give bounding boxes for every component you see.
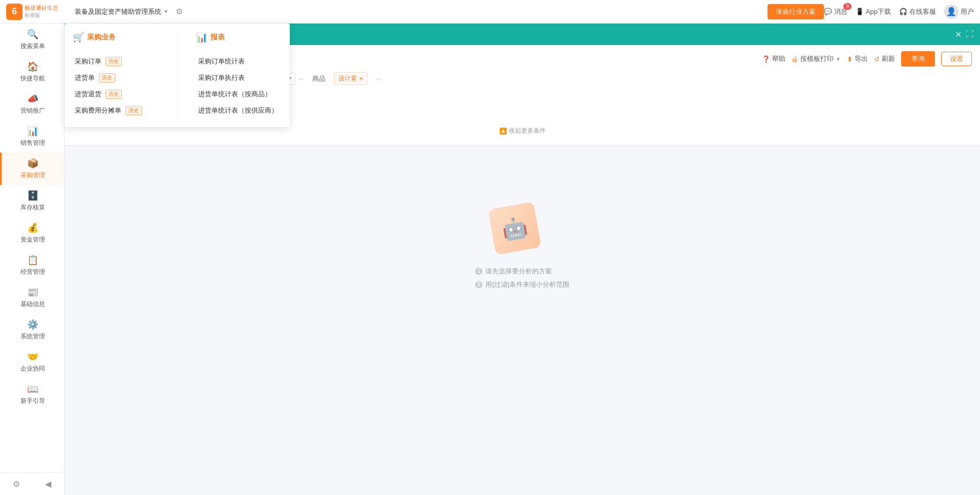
goods-tag-remove[interactable]: ✕ bbox=[359, 76, 363, 81]
query-button[interactable]: 查询 bbox=[901, 51, 935, 67]
help-icon: ❓ bbox=[762, 55, 770, 63]
sidebar-item-purchase[interactable]: 📦 采购管理 bbox=[0, 153, 64, 185]
user-avatar: 👤 bbox=[944, 5, 958, 19]
sidebar-item-basic[interactable]: 📰 基础信息 bbox=[0, 282, 64, 314]
settings-bottom-icon[interactable]: ⚙ bbox=[13, 479, 20, 489]
phone-icon: 📱 bbox=[856, 8, 864, 15]
system-gear-icon[interactable]: ⚙ bbox=[176, 7, 183, 16]
hint-dot-2: 2 bbox=[475, 281, 482, 288]
help-button[interactable]: ❓ 帮助 bbox=[762, 54, 785, 63]
operation-icon: 📋 bbox=[27, 254, 38, 266]
collapse-sidebar-icon[interactable]: ◀ bbox=[45, 479, 51, 489]
online-service-btn[interactable]: 🎧 在线客服 bbox=[899, 7, 936, 16]
industry-button[interactable]: 体验行业方案 bbox=[768, 4, 824, 19]
system-icon: ⚙️ bbox=[27, 319, 38, 330]
sidebar-item-sales[interactable]: 📊 销售管理 bbox=[0, 120, 64, 153]
collapse-icon: 🔼 bbox=[499, 127, 507, 135]
finance-icon: 💰 bbox=[27, 222, 38, 233]
purchase-business-section: 🛒 采购业务 采购订单 历史 进货单 历史 进货退货 历史 采购费用分摊单 历史 bbox=[73, 32, 159, 119]
empty-hint-1: 1 请先选择要分析的方案 bbox=[475, 265, 569, 278]
menu-item-order-stat[interactable]: 采购订单统计表 bbox=[196, 53, 282, 70]
purchase-report-section: 📊 报表 采购订单统计表 采购订单执行表 进货单统计表（按商品） 进货单统计表（… bbox=[196, 32, 282, 119]
menu-item-return[interactable]: 进货退货 历史 bbox=[73, 86, 159, 102]
hist-badge-3: 历史 bbox=[125, 106, 142, 115]
top-right-area: 💬 消息 9 📱 App下载 🎧 在线客服 👤 用户 bbox=[824, 5, 974, 19]
app-download-btn[interactable]: 📱 App下载 bbox=[856, 7, 891, 16]
logo-area: 6 畅捷通好生意 标准版 bbox=[6, 4, 71, 20]
menu-item-expense[interactable]: 采购费用分摊单 历史 bbox=[73, 102, 159, 119]
hist-badge-0: 历史 bbox=[105, 57, 122, 66]
purchase-section-icon: 🛒 bbox=[73, 32, 84, 43]
goods-tag: 设计素 ✕ bbox=[334, 72, 368, 85]
system-title: 装备及固定资产辅助管理系统 ▼ ⚙ bbox=[75, 7, 761, 16]
menu-divider bbox=[177, 32, 178, 119]
sidebar-item-operation[interactable]: 📋 经营管理 bbox=[0, 249, 64, 282]
sidebar-item-finance[interactable]: 💰 资金管理 bbox=[0, 217, 64, 249]
logo-sub: 标准版 bbox=[25, 12, 58, 19]
empty-hint-2: 2 用[过滤]条件来缩小分析范围 bbox=[475, 278, 569, 291]
marketing-icon: 📣 bbox=[27, 93, 38, 104]
export-icon: ⬆ bbox=[847, 55, 853, 63]
refresh-button[interactable]: ↺ 刷新 bbox=[874, 54, 895, 63]
corp-icon: 🤝 bbox=[27, 351, 38, 362]
purchase-business-title: 🛒 采购业务 bbox=[73, 32, 159, 47]
purchase-icon: 📦 bbox=[27, 158, 38, 169]
menu-item-inbound-stat-supplier[interactable]: 进货单统计表（按供应商） bbox=[196, 102, 282, 119]
tab-bar-right: ✕ ⛶ bbox=[955, 30, 980, 39]
goods-dots[interactable]: ··· bbox=[376, 75, 381, 82]
toolbar-right: ❓ 帮助 🖨 按模板打印 ▼ ⬆ 导出 bbox=[762, 51, 972, 67]
tab-close-window-icon[interactable]: ✕ bbox=[955, 30, 962, 39]
settings-button[interactable]: 设置 bbox=[941, 52, 972, 66]
logo-icon: 6 bbox=[6, 4, 23, 20]
purchase-report-title: 📊 报表 bbox=[196, 32, 282, 47]
message-btn[interactable]: 💬 消息 9 bbox=[824, 7, 847, 16]
export-button[interactable]: ⬆ 导出 bbox=[847, 54, 868, 63]
home-icon: 🏠 bbox=[27, 61, 38, 72]
collapse-button[interactable]: 🔼 收起更多条件 bbox=[499, 126, 546, 135]
menu-item-inbound-stat-goods[interactable]: 进货单统计表（按商品） bbox=[196, 86, 282, 102]
hint-dot-1: 1 bbox=[475, 268, 482, 275]
sidebar-item-quick-nav[interactable]: 🏠 快捷导航 bbox=[0, 56, 64, 88]
user-btn[interactable]: 👤 用户 bbox=[944, 5, 974, 19]
hist-badge-2: 历史 bbox=[105, 90, 122, 99]
print-button[interactable]: 🖨 按模板打印 ▼ bbox=[792, 54, 841, 63]
menu-item-purchase-order[interactable]: 采购订单 历史 bbox=[73, 53, 159, 70]
purchase-dropdown-menu: 🛒 采购业务 采购订单 历史 进货单 历史 进货退货 历史 采购费用分摊单 历史… bbox=[65, 24, 290, 127]
logo-title: 畅捷通好生意 bbox=[25, 4, 58, 11]
newbie-icon: 📖 bbox=[27, 383, 38, 395]
sales-icon: 📊 bbox=[27, 125, 38, 137]
top-bar: 6 畅捷通好生意 标准版 装备及固定资产辅助管理系统 ▼ ⚙ 体验行业方案 💬 … bbox=[0, 0, 980, 24]
robot-icon: 🤖 bbox=[488, 202, 541, 255]
refresh-icon: ↺ bbox=[874, 55, 880, 63]
message-badge: 9 bbox=[843, 3, 851, 10]
inventory-icon: 🗄️ bbox=[27, 190, 38, 201]
empty-hints: 1 请先选择要分析的方案 2 用[过滤]条件来缩小分析范围 bbox=[475, 265, 569, 291]
message-icon: 💬 bbox=[824, 8, 832, 15]
empty-illustration: 🤖 bbox=[492, 205, 553, 256]
order-status-dots[interactable]: ··· bbox=[299, 75, 304, 82]
sidebar: 🔍 搜索菜单 🏠 快捷导航 📣 营销推广 📊 销售管理 📦 采购管理 🗄️ bbox=[0, 24, 65, 495]
tab-maximize-icon[interactable]: ⛶ bbox=[966, 30, 974, 39]
sidebar-item-system[interactable]: ⚙️ 系统管理 bbox=[0, 314, 64, 346]
basic-icon: 📰 bbox=[27, 287, 38, 298]
sidebar-item-marketing[interactable]: 📣 营销推广 bbox=[0, 88, 64, 120]
system-dropdown-arrow[interactable]: ▼ bbox=[163, 9, 168, 14]
menu-item-order-exec[interactable]: 采购订单执行表 bbox=[196, 70, 282, 86]
headset-icon: 🎧 bbox=[899, 8, 907, 15]
goods-label: 商品 bbox=[312, 74, 326, 83]
search-icon: 🔍 bbox=[27, 29, 38, 40]
print-dropdown-icon[interactable]: ▼ bbox=[836, 56, 841, 62]
menu-item-inbound[interactable]: 进货单 历史 bbox=[73, 70, 159, 86]
sidebar-item-search[interactable]: 🔍 搜索菜单 bbox=[0, 24, 64, 56]
empty-state: 🤖 1 请先选择要分析的方案 2 用[过滤]条件来缩小分析范围 bbox=[65, 146, 980, 351]
print-icon: 🖨 bbox=[792, 55, 798, 63]
sidebar-item-inventory[interactable]: 🗄️ 库存核算 bbox=[0, 185, 64, 217]
hist-badge-1: 历史 bbox=[99, 73, 115, 82]
sidebar-bottom: ⚙ ◀ bbox=[0, 472, 64, 495]
report-section-icon: 📊 bbox=[196, 32, 207, 43]
sidebar-item-newbie[interactable]: 📖 新手引导 bbox=[0, 378, 64, 411]
sidebar-item-corp[interactable]: 🤝 企业协同 bbox=[0, 346, 64, 378]
